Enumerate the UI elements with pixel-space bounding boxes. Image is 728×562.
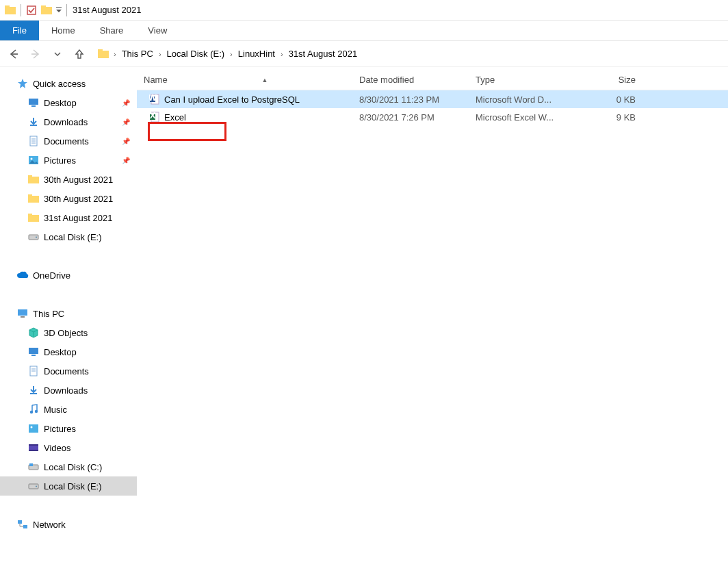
nav-label: 30th August 2021 (44, 194, 113, 204)
breadcrumb-this-pc[interactable]: This PC (119, 47, 156, 60)
nav-onedrive[interactable]: OneDrive (0, 266, 137, 285)
explorer-body: Quick access Desktop📌 Downloads📌 Documen… (0, 67, 728, 562)
nav-item-desktop[interactable]: Desktop📌 (0, 93, 137, 112)
cloud-icon (16, 269, 29, 281)
nav-item-3d-objects[interactable]: 3D Objects (0, 323, 137, 342)
svg-rect-49 (23, 525, 27, 528)
nav-label: Quick access (33, 79, 86, 89)
nav-item-folder[interactable]: 31st August 2021 (0, 208, 137, 227)
address-bar[interactable]: › This PC › Local Disk (E:) › LinuxHint … (92, 44, 724, 64)
svg-rect-5 (56, 7, 62, 8)
chevron-right-icon[interactable]: › (157, 50, 163, 58)
nav-label: Pictures (44, 155, 76, 166)
excel-file-icon: X (148, 111, 160, 123)
column-name[interactable]: Name ▲ (137, 75, 359, 85)
history-dropdown-icon[interactable] (48, 44, 67, 64)
nav-label: Local Disk (C:) (44, 462, 102, 472)
pin-icon: 📌 (122, 157, 130, 164)
navigation-pane: Quick access Desktop📌 Downloads📌 Documen… (0, 67, 137, 562)
chevron-right-icon[interactable]: › (229, 50, 234, 58)
breadcrumb-drive[interactable]: Local Disk (E:) (164, 47, 228, 60)
pin-icon: 📌 (122, 99, 130, 107)
picture-icon (27, 422, 40, 435)
file-list-pane: Name ▲ Date modified Type Size W Can I u… (137, 67, 728, 562)
nav-label: 31st August 2021 (44, 213, 112, 223)
separator (66, 4, 67, 16)
document-icon (27, 135, 40, 147)
pc-icon (16, 307, 29, 320)
tab-view[interactable]: View (135, 21, 179, 40)
nav-item-videos[interactable]: Videos (0, 438, 137, 457)
nav-item-drive[interactable]: Local Disk (E:) (0, 227, 137, 246)
nav-label: Music (44, 405, 67, 415)
nav-quick-access[interactable]: Quick access (0, 74, 137, 93)
nav-item-downloads[interactable]: Downloads📌 (0, 112, 137, 131)
star-icon (16, 77, 29, 90)
spacer (0, 285, 137, 304)
nav-network[interactable]: Network (0, 515, 137, 534)
nav-item-documents[interactable]: Documents (0, 361, 137, 381)
breadcrumb-folder-2[interactable]: 31st August 2021 (286, 47, 360, 60)
svg-marker-10 (18, 79, 27, 88)
svg-rect-39 (29, 424, 38, 433)
nav-item-music[interactable]: Music (0, 400, 137, 419)
ribbon-tabs: File Home Share View (0, 21, 728, 41)
file-row[interactable]: X Excel 8/30/2021 7:26 PM Microsoft Exce… (137, 108, 728, 126)
nav-label: 3D Objects (44, 328, 88, 338)
nav-label: Videos (44, 443, 71, 453)
file-type: Microsoft Word D... (476, 94, 578, 105)
music-icon (27, 403, 40, 416)
svg-rect-29 (21, 316, 25, 318)
column-type[interactable]: Type (476, 75, 578, 85)
column-size[interactable]: Size (578, 75, 647, 85)
download-icon (27, 384, 40, 396)
folder-icon (96, 49, 111, 59)
column-date[interactable]: Date modified (359, 75, 476, 85)
svg-point-40 (31, 426, 33, 429)
svg-rect-4 (41, 5, 46, 8)
nav-item-drive-e[interactable]: Local Disk (E:) (0, 476, 137, 496)
nav-label: Local Disk (E:) (44, 481, 102, 491)
tab-home[interactable]: Home (39, 21, 88, 40)
nav-item-pictures[interactable]: Pictures (0, 419, 137, 438)
nav-label: Downloads (44, 117, 88, 127)
file-row[interactable]: W Can I upload Excel to PostgreSQL 8/30/… (137, 90, 728, 108)
chevron-right-icon[interactable]: › (112, 50, 118, 58)
nav-item-desktop[interactable]: Desktop (0, 342, 137, 361)
svg-rect-21 (28, 175, 32, 178)
word-file-icon: W (148, 93, 160, 105)
chevron-right-icon[interactable]: › (279, 50, 285, 58)
svg-rect-45 (29, 463, 33, 466)
nav-item-pictures[interactable]: Pictures📌 (0, 151, 137, 170)
breadcrumb-folder-1[interactable]: LinuxHint (235, 47, 278, 60)
column-headers: Name ▲ Date modified Type Size (137, 70, 728, 90)
file-name: Excel (164, 112, 186, 123)
nav-label: Downloads (44, 385, 88, 396)
drive-icon (27, 231, 40, 243)
tab-share[interactable]: Share (88, 21, 136, 40)
new-folder-icon[interactable] (39, 5, 54, 15)
nav-tree: Quick access Desktop📌 Downloads📌 Documen… (0, 74, 137, 534)
nav-item-downloads[interactable]: Downloads (0, 381, 137, 400)
drive-icon (27, 480, 40, 492)
sysdrive-icon (27, 461, 40, 473)
nav-item-documents[interactable]: Documents📌 (0, 131, 137, 151)
nav-item-folder[interactable]: 30th August 2021 (0, 189, 137, 208)
qat-dropdown-icon[interactable] (55, 7, 62, 14)
nav-label: Desktop (44, 98, 77, 108)
nav-item-folder[interactable]: 30th August 2021 (0, 170, 137, 189)
svg-rect-28 (18, 309, 27, 316)
up-button[interactable] (70, 44, 89, 64)
nav-this-pc[interactable]: This PC (0, 304, 137, 323)
column-label: Size (619, 75, 636, 85)
forward-button[interactable] (26, 44, 45, 64)
svg-rect-30 (29, 348, 38, 354)
cube-icon (27, 327, 40, 339)
properties-icon[interactable] (24, 5, 39, 15)
pin-icon: 📌 (122, 138, 130, 145)
picture-icon (27, 154, 40, 166)
file-tab[interactable]: File (0, 21, 39, 40)
back-button[interactable] (4, 44, 23, 64)
nav-item-drive-c[interactable]: Local Disk (C:) (0, 457, 137, 476)
video-icon (27, 442, 40, 454)
